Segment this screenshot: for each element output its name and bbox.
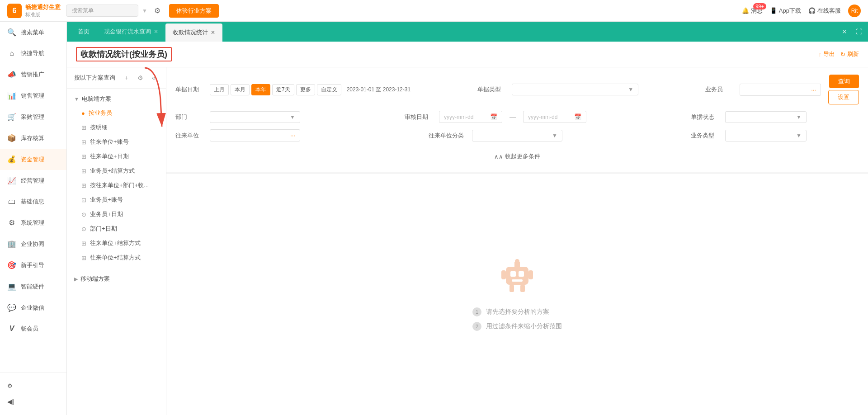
tab-collection[interactable]: 收款情况统计 ✕	[165, 24, 222, 42]
scheme-settings-btn[interactable]: ⚙	[135, 73, 145, 83]
scheme-partner-dept-collect[interactable]: ⊞ 按往来单位+部门+收...	[67, 178, 166, 193]
left-panel-header: 按以下方案查询 + ⚙ «	[67, 67, 166, 89]
partner-more-btn[interactable]: ···	[290, 132, 295, 139]
member-icon: V	[7, 325, 16, 333]
system-icon: ⚙	[7, 218, 16, 227]
doc-type-select[interactable]: ▼	[512, 84, 638, 95]
maximize-window-btn[interactable]: ⛶	[854, 26, 864, 37]
operation-icon: 📈	[7, 176, 16, 185]
sidebar-item-collapse[interactable]: ◀‖	[0, 394, 66, 410]
sidebar-item-quick-nav[interactable]: ⌂ 快捷导航	[0, 43, 66, 64]
collapse-up-icon: ∧∧	[494, 153, 503, 160]
scheme-partner-settle2[interactable]: ⊞ 往来单位+结算方式	[67, 250, 166, 265]
sidebar-item-operation[interactable]: 📈 经营管理	[0, 170, 66, 191]
tab-bank[interactable]: 现金银行流水查询 ✕	[97, 22, 165, 42]
sidebar-bottom: ⚙ ◀‖	[0, 372, 66, 415]
salesperson-select[interactable]: ···	[740, 84, 821, 96]
close-window-btn[interactable]: ✕	[839, 26, 850, 37]
tabs-right-actions: ✕ ⛶	[839, 26, 864, 37]
date-btn-more[interactable]: 更多	[296, 84, 315, 95]
export-btn[interactable]: ↑ 导出	[819, 50, 835, 58]
sidebar-label-purchase: 采购管理	[21, 113, 44, 121]
query-button[interactable]: 查询	[829, 75, 859, 88]
scheme-salesperson-date[interactable]: ⊙ 业务员+日期	[67, 207, 166, 222]
tab-bank-close[interactable]: ✕	[154, 28, 158, 35]
doc-status-label: 单据状态	[691, 113, 718, 121]
collapse-filter-btn[interactable]: ∧∧ 收起更多条件	[175, 148, 859, 165]
sidebar-item-settings-bottom[interactable]: ⚙	[0, 378, 66, 394]
refresh-icon: ↻	[840, 51, 845, 58]
refresh-btn[interactable]: ↻ 刷新	[840, 50, 859, 58]
sidebar-item-sales[interactable]: 📊 销售管理	[0, 85, 66, 106]
header-dropdown-btn[interactable]: ▼	[142, 8, 147, 14]
sidebar-label-system: 系统管理	[21, 219, 44, 227]
tab-home-label: 首页	[78, 28, 90, 36]
tab-collection-close[interactable]: ✕	[211, 29, 215, 36]
sidebar-item-enterprise[interactable]: 🏢 企业协同	[0, 233, 66, 255]
online-service-action[interactable]: 🎧 在线客服	[808, 7, 841, 15]
sidebar-item-member[interactable]: V 畅会员	[0, 318, 66, 339]
sidebar-item-marketing[interactable]: 📣 营销推广	[0, 64, 66, 85]
sidebar-item-search[interactable]: 🔍 搜索菜单	[0, 22, 66, 43]
set-button[interactable]: 设置	[828, 90, 859, 104]
desktop-scheme-header[interactable]: ▼ 电脑端方案	[67, 92, 166, 106]
tab-home[interactable]: 首页	[71, 22, 97, 42]
settings-icon[interactable]: ⚙	[151, 5, 164, 17]
sidebar-item-guide[interactable]: 🎯 新手引导	[0, 255, 66, 276]
mobile-scheme-header[interactable]: ▶ 移动端方案	[67, 272, 166, 286]
basic-icon: 🗃	[7, 198, 16, 206]
sidebar-item-hardware[interactable]: 💻 智能硬件	[0, 276, 66, 297]
sidebar-item-finance[interactable]: 💰 资金管理	[0, 149, 66, 170]
doc-status-select[interactable]: ▼	[725, 111, 807, 123]
partner-select[interactable]: ···	[210, 129, 300, 141]
date-btn-last-month[interactable]: 上月	[210, 84, 229, 95]
empty-robot-icon	[495, 253, 540, 298]
header-search-box[interactable]: 搜索菜单	[66, 5, 138, 17]
notif-badge: 99+	[753, 3, 766, 9]
partner-dept-collect-icon: ⊞	[81, 182, 86, 189]
biz-type-select[interactable]: ▼	[725, 130, 807, 141]
svg-rect-6	[501, 270, 506, 279]
sidebar-item-system[interactable]: ⚙ 系统管理	[0, 212, 66, 233]
sidebar-item-purchase[interactable]: 🛒 采购管理	[0, 106, 66, 127]
scheme-partner-date[interactable]: ⊞ 往来单位+日期	[67, 149, 166, 164]
desktop-scheme-group: ▼ 电脑端方案 ● 按业务员 ⊞ 按明细 ⊞ 往来单位+账号	[67, 89, 166, 269]
sidebar-item-inventory[interactable]: 📦 库存核算	[0, 127, 66, 149]
trial-button[interactable]: 体验行业方案	[169, 4, 219, 18]
scheme-dept-date[interactable]: ⊙ 部门+日期	[67, 222, 166, 236]
sidebar-label-enterprise: 企业协同	[21, 240, 44, 248]
review-date-label: 审核日期	[405, 113, 432, 121]
svg-rect-9	[520, 285, 525, 292]
scheme-by-detail[interactable]: ⊞ 按明细	[67, 120, 166, 135]
chevron-down-icon: ▼	[142, 8, 147, 14]
sidebar-item-wechat[interactable]: 💬 企业微信	[0, 297, 66, 318]
date-btn-custom[interactable]: 自定义	[317, 84, 341, 95]
app-download-action[interactable]: 📱 App下载	[770, 7, 801, 15]
partner-account-icon: ⊞	[81, 139, 86, 146]
scheme-salesperson-account[interactable]: ⊡ 业务员+账号	[67, 193, 166, 207]
page-actions: ↑ 导出 ↻ 刷新	[819, 50, 859, 58]
salesperson-account-icon: ⊡	[81, 197, 86, 203]
sidebar-item-basic[interactable]: 🗃 基础信息	[0, 191, 66, 212]
collapse-panel-btn[interactable]: «	[149, 73, 159, 83]
notification-area[interactable]: 🔔 消息 99+	[742, 7, 763, 15]
review-date-to[interactable]: yyyy-mm-dd 📅	[523, 111, 586, 123]
scheme-partner-account[interactable]: ⊞ 往来单位+账号	[67, 135, 166, 149]
partner-category-select[interactable]: ▼	[472, 130, 562, 141]
empty-state: 1 请先选择要分析的方案 2 用过滤条件来缩小分析范围	[166, 174, 868, 415]
scheme-salesperson-settle[interactable]: ⊞ 业务员+结算方式	[67, 164, 166, 178]
app-name-text: 畅捷通好生意 标准版	[25, 3, 61, 18]
date-btn-this-month[interactable]: 本月	[231, 84, 250, 95]
calendar-to-icon: 📅	[574, 113, 581, 120]
date-btn-7days[interactable]: 近7天	[272, 84, 294, 95]
date-btn-this-year[interactable]: 本年	[251, 84, 270, 95]
scheme-by-salesperson[interactable]: ● 按业务员	[67, 106, 166, 120]
review-date-from[interactable]: yyyy-mm-dd 📅	[439, 111, 502, 123]
dept-select[interactable]: ▼	[210, 111, 300, 123]
header-search-area: 搜索菜单 ▼ ⚙	[66, 5, 164, 17]
add-scheme-btn[interactable]: +	[122, 73, 132, 83]
scheme-partner-settle1[interactable]: ⊞ 往来单位+结算方式	[67, 236, 166, 250]
user-avatar[interactable]: Rit	[848, 5, 861, 17]
scheme-salesperson-label: 按业务员	[89, 109, 112, 117]
salesperson-label: 业务员	[705, 85, 732, 94]
